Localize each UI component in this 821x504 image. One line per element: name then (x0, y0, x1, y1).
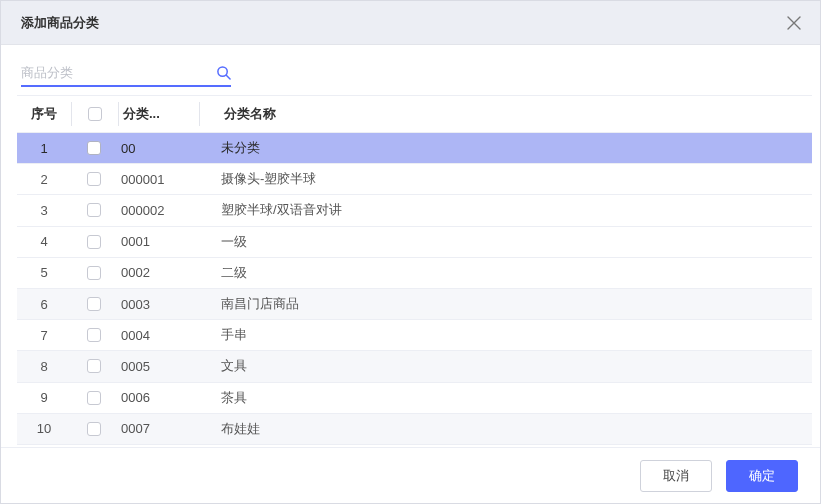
table-header-row: 序号 分类... 分类名称 (17, 95, 812, 133)
cell-seq: 2 (17, 172, 71, 187)
category-table: 序号 分类... 分类名称 100未分类2000001摄像头-塑胶半球30000… (1, 89, 820, 447)
cell-code: 0004 (117, 328, 197, 343)
row-checkbox[interactable] (87, 266, 101, 280)
header-checkbox-cell (72, 107, 118, 121)
cell-name: 摄像头-塑胶半球 (197, 170, 812, 188)
cell-checkbox (71, 203, 117, 217)
cell-seq: 3 (17, 203, 71, 218)
cell-code: 0001 (117, 234, 197, 249)
table-row[interactable]: 3000002塑胶半球/双语音对讲 (17, 195, 812, 226)
modal-dialog: 添加商品分类 序号 分类... 分类名称 100未分类2000001摄像头-塑胶… (0, 0, 821, 504)
search-box (21, 59, 231, 87)
cell-code: 000001 (117, 172, 197, 187)
cell-checkbox (71, 328, 117, 342)
cell-code: 0006 (117, 390, 197, 405)
header-seq: 序号 (17, 105, 71, 123)
cell-seq: 4 (17, 234, 71, 249)
cell-seq: 7 (17, 328, 71, 343)
cell-checkbox (71, 172, 117, 186)
cell-name: 塑胶半球/双语音对讲 (197, 201, 812, 219)
cell-name: 布娃娃 (197, 420, 812, 438)
row-checkbox[interactable] (87, 391, 101, 405)
table-row[interactable]: 40001一级 (17, 227, 812, 258)
cell-code: 00 (117, 141, 197, 156)
row-checkbox[interactable] (87, 141, 101, 155)
cell-checkbox (71, 422, 117, 436)
cell-code: 0005 (117, 359, 197, 374)
table-row[interactable]: 2000001摄像头-塑胶半球 (17, 164, 812, 195)
cell-seq: 1 (17, 141, 71, 156)
cell-name: 手串 (197, 326, 812, 344)
modal-title: 添加商品分类 (21, 14, 99, 32)
row-checkbox[interactable] (87, 328, 101, 342)
header-code: 分类... (119, 105, 199, 123)
cell-checkbox (71, 235, 117, 249)
cell-name: 茶具 (197, 389, 812, 407)
cell-name: 未分类 (197, 139, 812, 157)
cell-name: 一级 (197, 233, 812, 251)
row-checkbox[interactable] (87, 297, 101, 311)
table-row[interactable]: 50002二级 (17, 258, 812, 289)
table-row[interactable]: 100007布娃娃 (17, 414, 812, 445)
search-input[interactable] (21, 60, 210, 84)
cell-code: 0002 (117, 265, 197, 280)
search-row (1, 45, 820, 89)
table-row[interactable]: 60003南昌门店商品 (17, 289, 812, 320)
cell-seq: 10 (17, 421, 71, 436)
table-body[interactable]: 100未分类2000001摄像头-塑胶半球3000002塑胶半球/双语音对讲40… (17, 133, 812, 447)
table-row[interactable]: 100未分类 (17, 133, 812, 164)
modal-footer: 取消 确定 (1, 447, 820, 503)
row-checkbox[interactable] (87, 359, 101, 373)
select-all-checkbox[interactable] (88, 107, 102, 121)
row-checkbox[interactable] (87, 203, 101, 217)
cell-checkbox (71, 359, 117, 373)
row-checkbox[interactable] (87, 422, 101, 436)
cell-checkbox (71, 266, 117, 280)
cell-code: 000002 (117, 203, 197, 218)
table-row[interactable]: 80005文具 (17, 351, 812, 382)
table-row[interactable]: 90006茶具 (17, 383, 812, 414)
modal-header: 添加商品分类 (1, 1, 820, 45)
cell-code: 0007 (117, 421, 197, 436)
cell-name: 文具 (197, 357, 812, 375)
header-name: 分类名称 (200, 105, 812, 123)
cell-name: 南昌门店商品 (197, 295, 812, 313)
cell-checkbox (71, 141, 117, 155)
confirm-button[interactable]: 确定 (726, 460, 798, 492)
cell-seq: 9 (17, 390, 71, 405)
cell-code: 0003 (117, 297, 197, 312)
search-icon[interactable] (216, 65, 231, 80)
cell-name: 二级 (197, 264, 812, 282)
table-row[interactable]: 70004手串 (17, 320, 812, 351)
svg-line-1 (226, 75, 230, 79)
row-checkbox[interactable] (87, 235, 101, 249)
cell-seq: 5 (17, 265, 71, 280)
cell-seq: 8 (17, 359, 71, 374)
cell-checkbox (71, 297, 117, 311)
cancel-button[interactable]: 取消 (640, 460, 712, 492)
row-checkbox[interactable] (87, 172, 101, 186)
close-icon[interactable] (784, 13, 804, 33)
cell-seq: 6 (17, 297, 71, 312)
cell-checkbox (71, 391, 117, 405)
